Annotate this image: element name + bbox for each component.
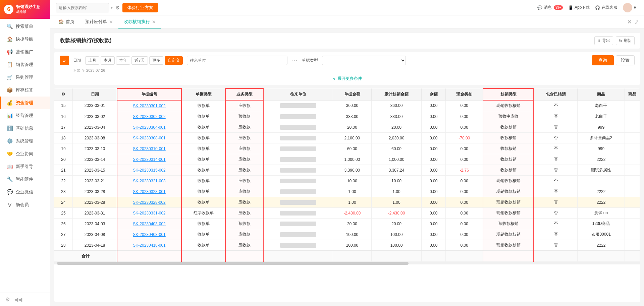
online-service-button[interactable]: 🎧 在线客服	[595, 5, 618, 10]
filter-settings-button[interactable]: 设置	[616, 55, 635, 65]
cell-voucher-no[interactable]: SK-20230328-001	[117, 186, 181, 197]
cell-include-settled: 否	[534, 186, 578, 197]
cell-date: 2023-04-18	[72, 240, 117, 251]
cell-goods2	[625, 111, 640, 122]
sidebar-item-member[interactable]: V畅会员	[0, 198, 50, 211]
cell-cash-discount: 0.00	[446, 229, 483, 240]
cell-voucher-no[interactable]: SK-20230328-002	[117, 197, 181, 208]
settings-icon[interactable]: ⚙	[5, 296, 10, 303]
date-custom[interactable]: 自定义	[165, 56, 183, 65]
sidebar-item-finance[interactable]: 💰资金管理	[0, 97, 50, 109]
filter-expand-more[interactable]: ∨ 展开更多条件	[60, 76, 635, 81]
data-table: ⚙ 日期 单据编号 单据类型 业务类型 往来单位 单据金额 累计核销金额 余额 …	[54, 88, 640, 262]
date-last-month[interactable]: 上月	[85, 56, 99, 65]
cell-voucher-no[interactable]: SK-20230301-002	[117, 100, 181, 111]
messages-button[interactable]: 💬 消息 99+	[537, 5, 563, 10]
cell-voucher-no[interactable]: SK-20230304-001	[117, 122, 181, 133]
tab-prepay[interactable]: 预计应付单 ✕	[80, 15, 118, 28]
tabbar-expand-icon[interactable]: ⤢	[634, 19, 639, 25]
sidebar-icon-system: ⚙️	[6, 138, 13, 144]
cell-verified-amount: 20.00	[371, 122, 421, 133]
cell-voucher-no[interactable]: SK-20230321-003	[117, 176, 181, 186]
sidebar-icon-marketing: 📢	[6, 49, 13, 55]
tab-collection[interactable]: 收款核销执行 ✕	[118, 15, 161, 28]
cell-verify-type: 现销收款核销	[483, 208, 534, 219]
collapse-icon[interactable]: ◀◀	[14, 296, 22, 303]
solution-button[interactable]: 体验行业方案	[122, 3, 158, 12]
cell-voucher-no[interactable]: SK-20230314-001	[117, 154, 181, 165]
sidebar-item-sales[interactable]: 📋销售管理	[0, 58, 50, 71]
cell-voucher-no[interactable]: SK-20230408-001	[117, 229, 181, 240]
sidebar-item-basic[interactable]: ℹ️基础信息	[0, 122, 50, 135]
footer-label: 合计	[54, 251, 117, 262]
table-row: 16 2023-03-02 SK-20230302-002 收款单 预收款 ██…	[54, 111, 640, 122]
tab-prepay-close[interactable]: ✕	[109, 19, 113, 24]
sidebar-item-shortcut[interactable]: 🏠快捷导航	[0, 33, 50, 46]
cell-voucher-no[interactable]: SK-20230315-002	[117, 165, 181, 176]
cell-balance: 0.00	[422, 143, 446, 154]
counterparty-input[interactable]	[187, 56, 287, 65]
cell-counterparty: ████████	[263, 219, 333, 229]
tab-collection-close[interactable]: ✕	[152, 19, 156, 24]
cell-date: 2023-03-31	[72, 208, 117, 219]
cell-amount: 1.00	[333, 186, 371, 197]
cell-voucher-no[interactable]: SK-20230403-002	[117, 219, 181, 229]
sidebar-item-system[interactable]: ⚙️系统管理	[0, 135, 50, 147]
sidebar-item-hardware[interactable]: 🔧智能硬件	[0, 173, 50, 186]
col-settings[interactable]: ⚙	[54, 88, 72, 100]
sidebar-item-guide[interactable]: 📖新手引导	[0, 160, 50, 173]
cell-voucher-no[interactable]: SK-20230331-002	[117, 208, 181, 219]
cell-goods2	[625, 208, 640, 219]
cell-voucher-type: 红字收款单	[181, 208, 226, 219]
cell-voucher-no[interactable]: SK-20230310-001	[117, 143, 181, 154]
cell-voucher-no[interactable]: SK-20230308-001	[117, 133, 181, 143]
sidebar-item-enterprise[interactable]: 🤝企业协同	[0, 147, 50, 160]
table-row: 18 2023-03-08 SK-20230308-001 收款单 应收款 ██…	[54, 133, 640, 143]
sidebar-item-purchase[interactable]: 🛒采购管理	[0, 71, 50, 84]
sidebar-item-search[interactable]: 🔍搜索菜单	[0, 20, 50, 33]
tab-home[interactable]: 🏠 首页	[53, 15, 80, 28]
sidebar-item-inventory[interactable]: 📦库存核算	[0, 84, 50, 97]
cell-verified-amount: 60.00	[371, 143, 421, 154]
table-row: 20 2023-03-14 SK-20230314-001 收款单 应收款 ██…	[54, 154, 640, 165]
sidebar-item-marketing[interactable]: 📢营销推广	[0, 46, 50, 58]
date-label: 日期	[73, 58, 81, 63]
cell-amount: 333.00	[333, 111, 371, 122]
sidebar-menu: 🔍搜索菜单🏠快捷导航📢营销推广📋销售管理🛒采购管理📦库存核算💰资金管理📊经营管理…	[0, 19, 50, 293]
col-balance: 余额	[422, 88, 446, 100]
date-this-year[interactable]: 本年	[116, 56, 130, 65]
voucher-type-select[interactable]	[322, 56, 406, 65]
cell-balance: 0.00	[422, 154, 446, 165]
topbar-chevron-icon[interactable]: ▾	[111, 5, 113, 10]
date-more[interactable]: 更多	[149, 56, 163, 65]
cell-voucher-no[interactable]: SK-20230418-001	[117, 240, 181, 251]
topbar-gear-icon[interactable]: ⚙	[114, 3, 121, 12]
cell-verified-amount: 100.00	[371, 240, 421, 251]
cell-counterparty: ████████	[263, 165, 333, 176]
table-settings-icon[interactable]: ⚙	[61, 92, 65, 97]
export-button[interactable]: ⬆ 导出	[594, 36, 613, 45]
refresh-button[interactable]: ↻ 刷新	[616, 36, 635, 45]
user-avatar[interactable]: Rit	[623, 3, 639, 12]
cell-biz-type: 应收款	[225, 133, 263, 143]
cell-counterparty: ████████	[263, 229, 333, 240]
tab-prepay-label: 预计应付单	[85, 19, 107, 25]
cell-goods	[578, 176, 625, 186]
sidebar-item-operation[interactable]: 📊经营管理	[0, 109, 50, 122]
voucher-type-label: 单据类型	[302, 58, 318, 63]
cell-goods: 2222	[578, 197, 625, 208]
cell-voucher-no[interactable]: SK-20230302-002	[117, 111, 181, 122]
sidebar-icon-search: 🔍	[6, 23, 13, 29]
sidebar-item-wechat[interactable]: 💬企业微信	[0, 186, 50, 198]
cell-counterparty: ████████	[263, 154, 333, 165]
app-download-button[interactable]: 📱 App下载	[568, 5, 590, 10]
date-7days[interactable]: 近7天	[131, 56, 148, 65]
topbar-search[interactable]	[56, 3, 109, 12]
cell-goods: 2222	[578, 240, 625, 251]
date-this-month[interactable]: 本月	[101, 56, 115, 65]
filter-expand-button[interactable]: »	[60, 56, 69, 65]
cell-cash-discount: 0.00	[446, 100, 483, 111]
query-button[interactable]: 查询	[592, 55, 614, 65]
tabbar-close-icon[interactable]: ✕	[627, 19, 632, 25]
sidebar: 6 畅销通好生意 标推版 🔍搜索菜单🏠快捷导航📢营销推广📋销售管理🛒采购管理📦库…	[0, 0, 50, 306]
